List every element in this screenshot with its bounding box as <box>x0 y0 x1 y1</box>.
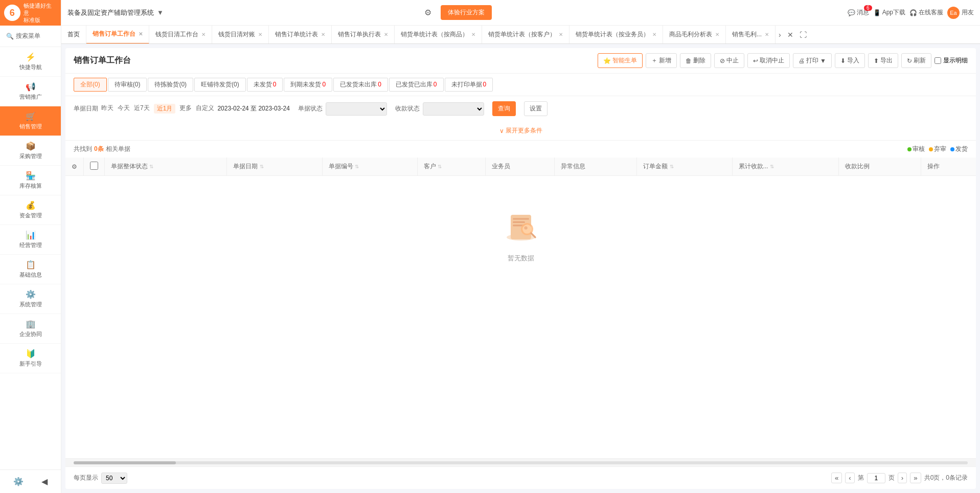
sort-amount-icon[interactable]: ⇅ <box>670 164 674 169</box>
industry-solution-button[interactable]: 体验行业方案 <box>441 5 492 20</box>
smart-create-button[interactable]: ⭐ 智能生单 <box>598 53 643 68</box>
settings-gear-button[interactable]: ⚙ <box>419 5 437 20</box>
tab-close-sales-stats-staff[interactable]: ✕ <box>652 32 656 37</box>
tab-sales-workbench[interactable]: 销售订单工作台 ✕ <box>86 26 149 44</box>
sidebar-item-inventory[interactable]: 🏪 库存核算 <box>0 166 61 195</box>
sidebar-collapse-button[interactable]: ◀ <box>36 474 53 489</box>
filter-tab-all[interactable]: 全部(0) <box>74 78 107 92</box>
tab-sales-exec[interactable]: 销售订单执行表 ✕ <box>332 26 395 44</box>
filter-tab-shipped-out[interactable]: 已发货已出库0 <box>389 78 444 92</box>
sidebar-item-operation[interactable]: 📊 经营管理 <box>0 225 61 255</box>
tab-close-sales-workbench[interactable]: ✕ <box>139 31 143 37</box>
filter-tab-overdue-not-shipped[interactable]: 到期未发货0 <box>284 78 332 92</box>
last-page-button[interactable]: » <box>910 473 921 483</box>
message-button[interactable]: 💬 消息 6 <box>848 8 869 17</box>
sort-customer-icon[interactable]: ⇅ <box>438 164 442 169</box>
filter-settings-button[interactable]: 设置 <box>524 101 548 116</box>
tab-close-sales-stats-product[interactable]: ✕ <box>471 32 475 37</box>
cancel-stop-button[interactable]: ↩ 取消中止 <box>747 53 790 68</box>
sidebar-item-marketing[interactable]: 📢 营销推广 <box>0 77 61 106</box>
filter-tab-pending-inspect[interactable]: 待拣验货(0) <box>148 78 193 92</box>
sidebar-item-base[interactable]: 📋 基础信息 <box>0 255 61 284</box>
prev-page-button[interactable]: ‹ <box>845 473 854 483</box>
date-1month[interactable]: 近1月 <box>154 104 176 114</box>
sort-date-icon[interactable]: ⇅ <box>260 164 264 169</box>
select-all-checkbox[interactable] <box>90 162 98 170</box>
page-number-input[interactable] <box>867 473 885 483</box>
tab-close-cash-reconcile[interactable]: ✕ <box>258 32 262 37</box>
batch-review-button[interactable]: 审核 <box>907 145 925 153</box>
status-select[interactable] <box>326 102 387 116</box>
export-button[interactable]: ⬆ 导出 <box>868 53 898 68</box>
tab-close-all-button[interactable]: ✕ <box>784 26 796 44</box>
tab-cash-daily[interactable]: 钱货日清工作台 ✕ <box>149 26 212 44</box>
tab-close-sales-extra[interactable]: ✕ <box>765 32 769 37</box>
page-size-select[interactable]: 50 10 20 100 <box>101 473 127 484</box>
date-more[interactable]: 更多 <box>179 104 192 114</box>
sort-number-icon[interactable]: ⇅ <box>355 164 359 169</box>
import-button[interactable]: ⬇ 导入 <box>835 53 865 68</box>
batch-ship-button[interactable]: 发货 <box>950 145 968 153</box>
sidebar-item-finance[interactable]: 💰 资金管理 <box>0 195 61 225</box>
horizontal-scrollbar[interactable] <box>65 458 976 466</box>
expand-conditions-button[interactable]: ∨ 展开更多条件 <box>499 126 542 135</box>
sidebar-settings-button[interactable]: ⚙️ <box>8 474 29 489</box>
tab-scroll-right-button[interactable]: › <box>776 26 784 44</box>
tab-sales-stats-product[interactable]: 销货单统计表（按商品） ✕ <box>395 26 482 44</box>
filter-tab-wangpu-ship[interactable]: 旺铺待发货(0) <box>194 78 246 92</box>
tab-sales-stats-staff[interactable]: 销货单统计表（按业务员） ✕ <box>569 26 663 44</box>
add-button[interactable]: ＋ 新增 <box>646 53 677 68</box>
payment-select[interactable] <box>423 102 484 116</box>
stop-button[interactable]: ⊘ 中止 <box>714 53 744 68</box>
column-settings-icon[interactable]: ⚙ <box>72 163 77 170</box>
filter-tab-not-printed[interactable]: 未打印单据0 <box>445 78 493 92</box>
th-settings: ⚙ <box>65 158 84 176</box>
pagination: 每页显示 50 10 20 100 « ‹ 第 页 › » 共 <box>65 466 976 489</box>
sidebar-item-quick-nav[interactable]: ⚡ 快捷导航 <box>0 47 61 77</box>
tab-close-cash-daily[interactable]: ✕ <box>201 32 206 37</box>
date-7days[interactable]: 近7天 <box>134 104 150 114</box>
tab-sales-stats[interactable]: 销售订单统计表 ✕ <box>269 26 332 44</box>
tab-fullscreen-button[interactable]: ⛶ <box>796 26 810 44</box>
date-yesterday[interactable]: 昨天 <box>101 104 113 114</box>
search-menu-button[interactable]: 🔍 搜索菜单 <box>4 30 57 42</box>
batch-withdraw-button[interactable]: 弃审 <box>929 145 946 153</box>
filter-tab-pending-review[interactable]: 待审核(0) <box>108 78 147 92</box>
tab-sales-extra[interactable]: 销售毛利... ✕ <box>726 26 776 44</box>
user-menu[interactable]: Ea 用友 <box>947 7 974 19</box>
tab-close-gross-profit[interactable]: ✕ <box>715 32 719 37</box>
date-today[interactable]: 今天 <box>118 104 130 114</box>
show-detail-checkbox[interactable] <box>935 57 941 64</box>
sidebar-item-purchase[interactable]: 📦 采购管理 <box>0 136 61 166</box>
tab-close-sales-exec[interactable]: ✕ <box>384 32 388 37</box>
sidebar: 6 畅捷通好生意 标准版 🔍 搜索菜单 ⚡ 快捷导航 📢 营销推广 🛒 销售管理… <box>0 0 61 493</box>
filter-tab-shipped-not-out[interactable]: 已发货未出库0 <box>333 78 388 92</box>
tab-cash-reconcile[interactable]: 钱货日清对账 ✕ <box>212 26 269 44</box>
scrollbar-thumb[interactable] <box>74 461 176 464</box>
filter-tabs: 全部(0) 待审核(0) 待拣验货(0) 旺铺待发货(0) 未发货0 到期未发货… <box>65 74 976 96</box>
filter-tab-not-shipped[interactable]: 未发货0 <box>247 78 283 92</box>
sidebar-item-system[interactable]: ⚙️ 系统管理 <box>0 284 61 314</box>
review-dot <box>907 147 911 151</box>
query-button[interactable]: 查询 <box>492 101 516 116</box>
print-button[interactable]: 🖨 打印 ▼ <box>793 53 832 68</box>
sidebar-item-corp[interactable]: 🏢 企业协同 <box>0 314 61 344</box>
tab-gross-profit[interactable]: 商品毛利分析表 ✕ <box>663 26 726 44</box>
refresh-button[interactable]: ↻ 刷新 <box>901 53 931 68</box>
sidebar-item-guide[interactable]: 🔰 新手引导 <box>0 344 61 373</box>
sort-collected-icon[interactable]: ⇅ <box>770 164 774 169</box>
show-detail-label[interactable]: 显示明细 <box>935 56 968 65</box>
first-page-button[interactable]: « <box>831 473 842 483</box>
sort-status-icon[interactable]: ⇅ <box>149 164 153 169</box>
system-title-dropdown[interactable]: ▼ <box>157 9 164 16</box>
delete-button[interactable]: 🗑 删除 <box>680 53 711 68</box>
app-download-button[interactable]: 📱 App下载 <box>873 8 905 17</box>
online-service-button[interactable]: 🎧 在线客服 <box>909 8 943 17</box>
tab-home[interactable]: 首页 <box>61 26 86 44</box>
tab-close-sales-stats-customer[interactable]: ✕ <box>559 32 563 37</box>
tab-sales-stats-customer[interactable]: 销货单统计表（按客户） ✕ <box>482 26 569 44</box>
next-page-button[interactable]: › <box>898 473 907 483</box>
tab-close-sales-stats[interactable]: ✕ <box>321 32 325 37</box>
sidebar-item-sales[interactable]: 🛒 销售管理 <box>0 106 61 136</box>
date-custom[interactable]: 自定义 <box>196 104 214 114</box>
